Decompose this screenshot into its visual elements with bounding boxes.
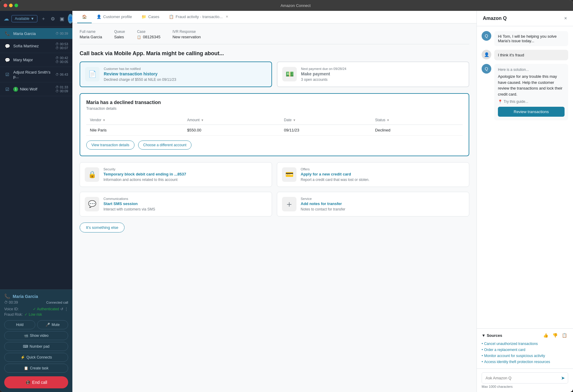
show-video-button[interactable]: 📹 Show video (4, 331, 68, 340)
active-call-phone-icon: 📞 (4, 293, 10, 299)
q-bubble-ai-1: Hi Tom, I will be helping you solve Mari… (494, 31, 568, 46)
q-char-limit: Max 1000 characters (482, 385, 568, 388)
mute-button[interactable]: 🎤 Mute (37, 320, 68, 329)
notification-badge: 1 (13, 87, 18, 92)
service-card-label-sms: Communications (103, 197, 267, 201)
video-icon: 📹 (24, 334, 28, 338)
contact-name: 1 Nikki Wolf (13, 87, 52, 92)
amazon-q-header: Amazon Q × (477, 11, 573, 26)
card-payment-icon: 💵 (282, 67, 297, 81)
vendor-column-header[interactable]: Vendor ▼ (90, 118, 180, 122)
tab-cases[interactable]: 📁 Cases (137, 11, 164, 23)
task-create-icon: 📋 (24, 366, 28, 370)
credit-card-icon: 💳 (282, 167, 296, 182)
voice-id-label: Voice ID: (4, 307, 19, 311)
contact-item[interactable]: 📞 Maria Garcia ⏱ 00:39 (0, 28, 72, 39)
queue-label: Queue (114, 30, 125, 34)
suggestion-card-payment[interactable]: 💵 Next payment due on 09/28/24 Make paym… (277, 62, 469, 87)
q-source-list: Cancel unauthorized transactions Order a… (482, 341, 568, 365)
source-item[interactable]: Order a replacement card (482, 347, 568, 353)
q-input-row: ➤ (482, 372, 568, 384)
sidebar-header: ☁ Available ▼ ＋ ⚙ ▣ 👤 (0, 11, 72, 27)
amazon-q-title: Amazon Q (483, 16, 507, 21)
doc-icon: 📋 (169, 14, 174, 19)
layout-button[interactable]: ▣ (59, 15, 65, 23)
status-button[interactable]: Available ▼ (11, 15, 37, 22)
card-doc-icon: 📄 (85, 67, 100, 81)
thumbs-up-button[interactable]: 👍 (542, 332, 549, 338)
service-cards: 🔒 Security Temporary block debit card en… (80, 162, 469, 217)
source-item[interactable]: Cancel unauthorized transactions (482, 341, 568, 347)
create-task-button[interactable]: 📋 Create task (4, 364, 68, 373)
number-pad-button[interactable]: ⌨ Number pad (4, 342, 68, 351)
something-else-button[interactable]: It's something else (80, 223, 125, 232)
chat-icon: 💬 (4, 44, 10, 49)
tab-customer-profile[interactable]: 👤 Customer profile (92, 11, 137, 23)
fraud-risk-value: ✓ Low risk (24, 312, 42, 317)
service-card-credit[interactable]: 💳 Offers Apply for a new credit card Rep… (277, 162, 469, 187)
contact-time1: ⏱ 00:53 (55, 42, 68, 46)
q-solution-text: Apologize for any trouble this may have … (498, 74, 565, 97)
date-column-header[interactable]: Date ▼ (284, 118, 368, 122)
date-cell: 09/11/23 (280, 125, 372, 136)
titlebar: Amazon Connect (0, 0, 573, 11)
q-solution-block: Here is a solution... Apologize for any … (494, 64, 568, 120)
q-review-transactions-button[interactable]: Review transactions (498, 107, 565, 117)
maximize-dot[interactable] (14, 4, 18, 7)
refresh-icon[interactable]: ↺ (60, 307, 63, 311)
contact-time1: ⏱ 06:43 (55, 73, 68, 76)
service-card-sms[interactable]: 💬 Communications Start SMS session Inter… (80, 192, 272, 217)
window-controls (4, 4, 18, 7)
table-row: Nile Paris $550.00 09/11/23 Declined (86, 125, 463, 136)
add-button[interactable]: ＋ (40, 14, 47, 23)
tab-fraud-activity[interactable]: 📋 Fraud activity - transactio... ✕ (164, 11, 233, 23)
source-item[interactable]: Access identity theft protection resourc… (482, 359, 568, 365)
active-call-timer: ⏱ 00:39 (4, 300, 18, 305)
service-card-title-credit: Apply for a new credit card (301, 172, 464, 176)
logo-icon[interactable]: ☁ (4, 15, 9, 22)
end-call-button[interactable]: 📵 End call (4, 376, 68, 388)
window-title: Amazon Connect (22, 3, 569, 8)
q-ai-avatar-2: Q (482, 64, 491, 74)
transaction-subtitle: Transaction details (86, 106, 463, 111)
tab-home[interactable]: 🏠 (77, 11, 92, 23)
contact-item[interactable]: ☑ Adjust Ricard Smith's p... ⏱ 06:43 (0, 67, 72, 82)
customer-info-bar: Full name Maria Garcia Queue Sales Case … (80, 30, 469, 44)
service-card-block[interactable]: 🔒 Security Temporary block debit card en… (80, 162, 272, 187)
q-sources-toggle[interactable]: ▼ Sources (482, 333, 502, 338)
hold-button[interactable]: Hold (4, 320, 35, 329)
minimize-dot[interactable] (9, 4, 13, 7)
active-call-name: Maria Garcia (13, 294, 38, 299)
q-message-user: 👤 I think it's fraud (482, 50, 568, 60)
contact-times: ⏱ 00:42 ⏱ 00:05 (55, 56, 68, 64)
q-bubble-user: I think it's fraud (494, 50, 568, 60)
chat-icon: 💬 (4, 58, 10, 62)
service-card-content-notes: Service Add notes for transfer Notes to … (301, 197, 464, 211)
tab-close-fraud[interactable]: ✕ (226, 15, 228, 19)
contact-name: Sofía Martínez (13, 44, 52, 48)
contact-item[interactable]: 💬 Mary Major ⏱ 00:42 ⏱ 00:05 (0, 53, 72, 67)
sms-icon: 💬 (85, 197, 99, 211)
suggestion-card-review[interactable]: 📄 Customer has be notified Review transa… (80, 62, 272, 87)
view-transaction-details-button[interactable]: View transaction details (86, 141, 135, 150)
source-item[interactable]: Monitor account for suspicious activity (482, 353, 568, 359)
thumbs-down-button[interactable]: 👎 (551, 332, 559, 338)
choose-different-account-button[interactable]: Choose a different account (138, 141, 192, 150)
amount-column-header[interactable]: Amount ▼ (187, 118, 277, 122)
contact-name: Maria Garcia (13, 31, 52, 36)
settings-button[interactable]: ⚙ (49, 15, 56, 23)
contact-item[interactable]: ☑ 1 Nikki Wolf ⏱ 01:33 ⏱ 00:09 (0, 82, 72, 96)
contact-item[interactable]: 💬 Sofía Martínez ⏱ 00:53 ⏱ 00:07 (0, 39, 72, 53)
contact-times: ⏱ 00:39 (55, 32, 68, 35)
q-sources: ▼ Sources 👍 👎 📋 Cancel unauthorized tran… (477, 328, 573, 368)
ivr-field: IVR Response New reservation (173, 30, 201, 39)
quick-connects-button[interactable]: ⚡ Quick Connects (4, 353, 68, 362)
copy-button[interactable]: 📋 (561, 332, 568, 338)
more-icon[interactable]: ⋮ (65, 307, 68, 311)
q-input-field[interactable] (482, 373, 558, 383)
status-column-header[interactable]: Status ▼ (375, 118, 459, 122)
service-card-notes[interactable]: ＋ Service Add notes for transfer Notes t… (277, 192, 469, 217)
close-dot[interactable] (4, 4, 7, 7)
q-send-button[interactable]: ➤ (558, 373, 568, 383)
amazon-q-close-button[interactable]: × (564, 16, 567, 21)
